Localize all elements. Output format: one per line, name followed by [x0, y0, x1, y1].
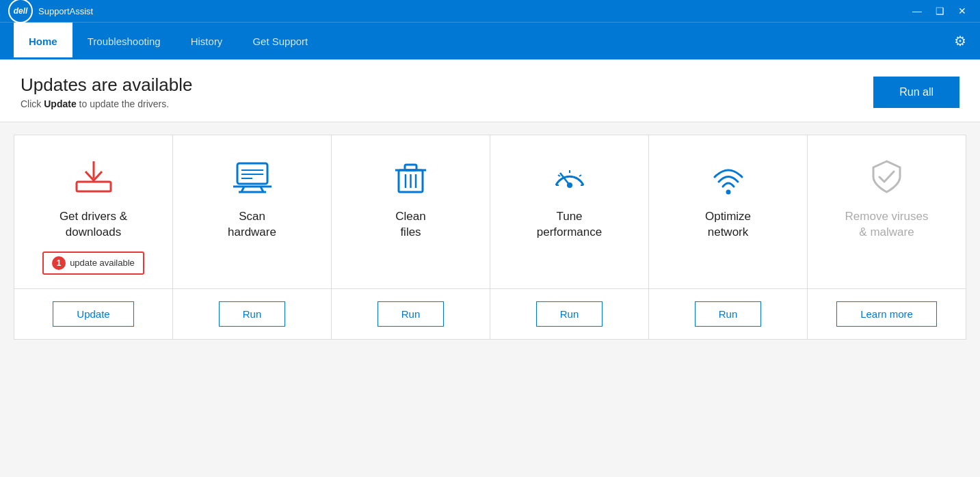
scan-icon [232, 156, 273, 197]
svg-rect-12 [405, 165, 416, 170]
close-button[interactable]: ✕ [953, 4, 972, 18]
run-clean-btn-wrap: Run [332, 289, 490, 339]
run-tune-button[interactable]: Run [536, 301, 603, 327]
run-scan-btn-wrap: Run [173, 289, 332, 339]
svg-line-21 [558, 175, 560, 176]
header-area: Updates are available Click Update to up… [0, 59, 980, 122]
learn-more-btn-wrap: Learn more [808, 289, 966, 339]
run-scan-button[interactable]: Run [219, 301, 286, 327]
update-button[interactable]: Update [53, 301, 133, 327]
update-badge: 1 update available [42, 251, 144, 275]
badge-count: 1 [52, 256, 66, 270]
card-scan[interactable]: Scanhardware [173, 135, 332, 288]
update-btn-wrap: Update [14, 289, 173, 339]
download-icon [73, 156, 114, 197]
card-scan-title: Scanhardware [228, 209, 276, 241]
wifi-icon [708, 156, 749, 197]
run-network-button[interactable]: Run [695, 301, 762, 327]
card-tune-title: Tuneperformance [537, 209, 602, 241]
card-viruses-title: Remove viruses& malware [845, 209, 929, 241]
svg-rect-0 [77, 182, 111, 191]
card-network-title: Optimizenetwork [705, 209, 751, 241]
run-tune-btn-wrap: Run [490, 289, 649, 339]
header-text: Updates are available Click Update to up… [21, 74, 193, 109]
learn-more-button[interactable]: Learn more [836, 301, 937, 327]
svg-line-22 [579, 175, 581, 176]
bottom-buttons: Update Run Run Run Run Learn more [14, 289, 966, 340]
shield-icon [868, 156, 905, 197]
tab-get-support[interactable]: Get Support [237, 23, 323, 59]
card-drivers[interactable]: Get drivers &downloads 1 update availabl… [14, 135, 173, 288]
dell-logo: dell [8, 0, 33, 23]
title-bar-left: dell SupportAssist [8, 0, 93, 23]
tab-home[interactable]: Home [14, 23, 72, 59]
svg-point-23 [726, 189, 730, 194]
nav-tabs: Home Troubleshooting History Get Support [14, 23, 323, 59]
update-keyword: Update [44, 98, 76, 109]
run-network-btn-wrap: Run [649, 289, 808, 339]
minimize-button[interactable]: — [907, 4, 927, 18]
cards-container: Get drivers &downloads 1 update availabl… [14, 135, 966, 289]
run-all-button[interactable]: Run all [873, 77, 959, 108]
card-clean[interactable]: Cleanfiles [332, 135, 490, 288]
card-tune[interactable]: Tuneperformance [490, 135, 649, 288]
badge-text: update available [70, 258, 135, 268]
title-bar: dell SupportAssist — ❑ ✕ [0, 0, 980, 22]
speedometer-icon [549, 156, 590, 197]
updates-title: Updates are available [21, 74, 193, 96]
app-title: SupportAssist [38, 6, 93, 16]
nav-bar: Home Troubleshooting History Get Support… [0, 22, 980, 59]
restore-button[interactable]: ❑ [930, 4, 950, 18]
settings-icon[interactable]: ⚙ [954, 33, 966, 49]
tab-history[interactable]: History [176, 23, 238, 59]
tab-troubleshooting[interactable]: Troubleshooting [72, 23, 176, 59]
window-controls: — ❑ ✕ [907, 4, 972, 18]
updates-subtitle: Click Update to update the drivers. [21, 98, 193, 109]
trash-icon [392, 156, 429, 197]
card-network[interactable]: Optimizenetwork [649, 135, 808, 288]
card-viruses[interactable]: Remove viruses& malware [808, 135, 966, 288]
run-clean-button[interactable]: Run [378, 301, 445, 327]
card-drivers-title: Get drivers &downloads [59, 209, 127, 241]
card-clean-title: Cleanfiles [395, 209, 425, 241]
